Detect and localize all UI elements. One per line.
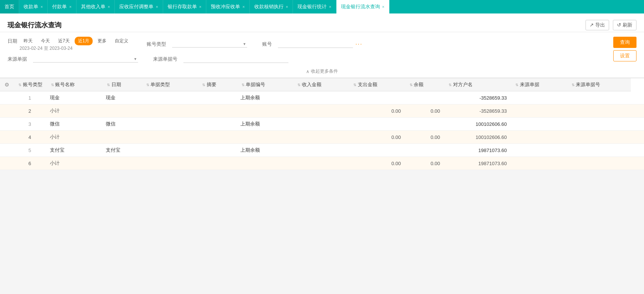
more-dots-icon[interactable]: ··· xyxy=(355,41,362,48)
account-input[interactable] xyxy=(278,40,353,48)
top-navigation: 首页 收款单 × 付款单 × 其他收入单 × 应收应付调整单 × 银行存取款单 … xyxy=(0,0,644,13)
sort-icon[interactable]: ⇅ xyxy=(572,83,575,87)
filter-row-1: 日期 昨天 今天 近7天 近1月 更多 自定义 2023-02-24 至 202… xyxy=(8,37,613,52)
table-row[interactable]: 6小计0.000.0019871073.60 xyxy=(0,157,644,170)
col-expense: ⇅ 支出金额 xyxy=(348,78,404,91)
cell-doc-type xyxy=(197,91,237,104)
cell-doc-type xyxy=(197,104,237,118)
nav-tab-shoukuan[interactable]: 收款单 × xyxy=(19,0,48,13)
table-row[interactable]: 5支付宝支付宝上期余额19871073.60 xyxy=(0,144,644,157)
refresh-icon: ↺ xyxy=(617,22,621,28)
nav-tab-fukuan[interactable]: 付款单 × xyxy=(48,0,76,13)
close-icon[interactable]: × xyxy=(108,4,110,9)
gear-icon[interactable]: ⚙ xyxy=(5,82,9,88)
table-body: 1现金现金上期余额-3528659.332小计0.000.00-3528659.… xyxy=(0,91,644,170)
refresh-button[interactable]: ↺ 刷新 xyxy=(613,20,636,30)
source-doc-no-input-wrap xyxy=(183,55,288,63)
cell-summary: 上期余额 xyxy=(237,91,293,104)
date-opt-custom[interactable]: 自定义 xyxy=(111,37,132,45)
cell-account-type: 小计 xyxy=(46,104,102,118)
close-icon[interactable]: × xyxy=(329,4,331,9)
date-opt-7days[interactable]: 近7天 xyxy=(55,37,73,45)
nav-home[interactable]: 首页 xyxy=(0,0,19,13)
filter-area: 日期 昨天 今天 近7天 近1月 更多 自定义 2023-02-24 至 202… xyxy=(0,32,644,78)
cell-account-type: 小计 xyxy=(46,157,102,170)
collapse-bar[interactable]: ∧ 收起更多条件 xyxy=(8,66,636,78)
nav-tab-tongji[interactable]: 现金银行统计 × xyxy=(293,0,336,13)
col-counter-name: ⇅ 对方户名 xyxy=(444,78,510,91)
close-icon[interactable]: × xyxy=(242,4,245,9)
cell-date xyxy=(141,144,197,157)
nav-tab-shoukuan-hexiao[interactable]: 收款核销执行 × xyxy=(250,0,293,13)
account-type-select[interactable]: ▾ xyxy=(172,41,247,48)
sort-icon[interactable]: ⇅ xyxy=(353,83,356,87)
cell-source-doc xyxy=(567,157,631,170)
sort-icon[interactable]: ⇅ xyxy=(202,83,205,87)
date-opt-more[interactable]: 更多 xyxy=(94,37,110,45)
cell-source-doc-no xyxy=(631,91,644,104)
cell-summary xyxy=(237,157,293,170)
table-row[interactable]: 3微信微信上期余额100102606.60 xyxy=(0,118,644,131)
cell-account-name xyxy=(102,131,141,144)
source-doc-select[interactable]: ▾ xyxy=(33,56,138,63)
table-row[interactable]: 2小计0.000.00-3528659.33 xyxy=(0,104,644,118)
table-row[interactable]: 4小计0.000.00100102606.60 xyxy=(0,131,644,144)
sort-icon[interactable]: ⇅ xyxy=(146,83,149,87)
sort-icon[interactable]: ⇅ xyxy=(515,83,518,87)
gear-cell xyxy=(0,104,14,118)
query-button[interactable]: 查询 xyxy=(613,37,636,48)
cell-doc-no xyxy=(293,157,348,170)
close-icon[interactable]: × xyxy=(382,4,384,9)
cell-balance: -3528659.33 xyxy=(444,104,510,118)
sort-icon[interactable]: ⇅ xyxy=(242,83,245,87)
cell-counter-name xyxy=(510,157,566,170)
cell-balance: 100102606.60 xyxy=(444,118,510,131)
cell-doc-type xyxy=(197,144,237,157)
filter-action-buttons: 查询 设置 xyxy=(613,37,636,65)
cell-expense xyxy=(405,91,444,104)
sort-icon[interactable]: ⇅ xyxy=(18,83,21,87)
source-doc-no-section: 来源单据号 xyxy=(153,55,288,63)
cell-income: 0.00 xyxy=(348,157,404,170)
cell-balance: 19871073.60 xyxy=(444,144,510,157)
export-button[interactable]: ↗ 导出 xyxy=(585,20,609,30)
cell-account-type: 现金 xyxy=(46,91,102,104)
nav-tab-yinhang[interactable]: 银行存取款单 × xyxy=(163,0,206,13)
page-header: 现金银行流水查询 ↗ 导出 ↺ 刷新 xyxy=(0,13,644,32)
close-icon[interactable]: × xyxy=(286,4,288,9)
sort-icon[interactable]: ⇅ xyxy=(449,83,452,87)
nav-tab-yingshou[interactable]: 应收应付调整单 × xyxy=(115,0,163,13)
close-icon[interactable]: × xyxy=(41,4,43,9)
nav-tab-label: 现金银行统计 xyxy=(297,3,327,10)
nav-tab-yushou[interactable]: 预收冲应收单 × xyxy=(206,0,249,13)
date-opt-today[interactable]: 今天 xyxy=(38,37,53,45)
cell-doc-no xyxy=(293,104,348,118)
cell-account-name: 现金 xyxy=(102,91,141,104)
nav-tab-qita[interactable]: 其他收入单 × xyxy=(77,0,115,13)
cell-income: 0.00 xyxy=(348,104,404,118)
table-header-row: ⚙ ⇅ 账号类型 ⇅ 账号名称 ⇅ 日期 ⇅ 单据类型 xyxy=(0,78,644,91)
nav-tab-label: 其他收入单 xyxy=(81,3,105,10)
account-type-section: 账号类型 ▾ xyxy=(147,41,247,48)
close-icon[interactable]: × xyxy=(199,4,201,9)
nav-tab-liushui[interactable]: 现金银行流水查询 × xyxy=(336,0,389,13)
cell-source-doc xyxy=(567,131,631,144)
top-filter-row: 日期 昨天 今天 近7天 近1月 更多 自定义 2023-02-24 至 202… xyxy=(8,37,636,66)
sort-icon[interactable]: ⇅ xyxy=(107,83,110,87)
cell-date xyxy=(141,118,197,131)
col-date: ⇅ 日期 xyxy=(102,78,141,91)
cell-expense: 0.00 xyxy=(405,131,444,144)
date-opt-yesterday[interactable]: 昨天 xyxy=(20,37,36,45)
close-icon[interactable]: × xyxy=(156,4,158,9)
sort-icon[interactable]: ⇅ xyxy=(51,83,54,87)
close-icon[interactable]: × xyxy=(69,4,71,9)
row-number: 5 xyxy=(14,144,46,157)
table-row[interactable]: 1现金现金上期余额-3528659.33 xyxy=(0,91,644,104)
sort-icon[interactable]: ⇅ xyxy=(410,83,413,87)
sort-icon[interactable]: ⇅ xyxy=(297,83,300,87)
settings-button[interactable]: 设置 xyxy=(613,50,636,61)
source-doc-no-input[interactable] xyxy=(183,55,288,63)
cell-balance: 19871073.60 xyxy=(444,157,510,170)
source-doc-no-label: 来源单据号 xyxy=(153,56,177,63)
date-opt-1month[interactable]: 近1月 xyxy=(75,37,93,45)
